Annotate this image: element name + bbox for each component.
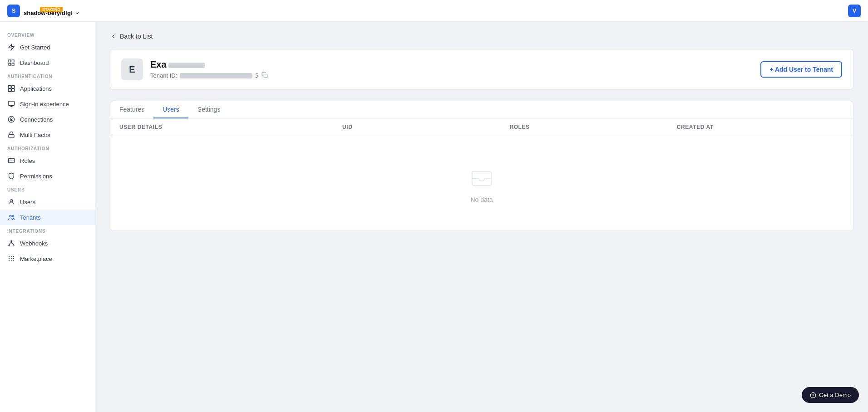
svg-rect-7 <box>8 89 11 92</box>
back-link-text: Back to List <box>120 33 153 40</box>
svg-point-31 <box>13 260 14 261</box>
col-created-at: Created At <box>677 124 844 130</box>
sidebar-item-label: Multi Factor <box>20 132 51 138</box>
svg-rect-9 <box>8 101 14 105</box>
sidebar-item-label: Get Started <box>20 44 50 51</box>
get-demo-button[interactable]: Get a Demo <box>802 387 859 403</box>
sidebar-section-overview: OVERVIEW <box>0 29 95 39</box>
staging-badge: STAGING <box>40 7 63 12</box>
svg-point-30 <box>11 260 12 261</box>
lock-icon <box>7 131 15 139</box>
sidebar-item-get-started[interactable]: Get Started <box>0 39 95 55</box>
svg-rect-32 <box>264 74 267 78</box>
svg-rect-2 <box>12 60 14 62</box>
id-card-icon <box>7 157 15 165</box>
sidebar-item-label: Marketplace <box>20 255 52 262</box>
svg-point-22 <box>13 245 14 246</box>
sidebar-item-label: Dashboard <box>20 59 49 66</box>
tab-settings[interactable]: Settings <box>188 101 230 118</box>
app-icon: S <box>7 5 20 17</box>
sidebar-item-multi-factor[interactable]: Multi Factor <box>0 127 95 142</box>
sidebar-section-authz: AUTHORIZATION <box>0 142 95 153</box>
svg-point-21 <box>9 245 10 246</box>
topbar-brand: STAGING shadow-beryldfgf <box>24 5 80 16</box>
svg-point-20 <box>11 240 12 242</box>
topbar-left: S STAGING shadow-beryldfgf <box>7 5 80 17</box>
tenant-id-label: Tenant ID: <box>150 72 177 79</box>
bolt-icon <box>7 43 15 51</box>
sidebar-section-auth: AUTHENTICATION <box>0 70 95 81</box>
svg-point-17 <box>10 200 12 202</box>
apps-icon <box>7 84 15 93</box>
grid-icon <box>7 59 15 67</box>
svg-point-24 <box>11 256 12 257</box>
sidebar: OVERVIEW Get Started Dashboard AUTHENTIC… <box>0 22 95 412</box>
sidebar-item-label: Users <box>20 199 35 206</box>
svg-point-23 <box>9 256 10 257</box>
demo-btn-label: Get a Demo <box>819 392 851 398</box>
col-user-details: User Details <box>119 124 342 130</box>
svg-point-27 <box>11 258 12 259</box>
back-link[interactable]: Back to List <box>110 33 153 40</box>
webhook-icon <box>7 239 15 247</box>
tab-features[interactable]: Features <box>110 101 153 118</box>
sidebar-item-sign-in-experience[interactable]: Sign-in experience <box>0 96 95 112</box>
sidebar-item-dashboard[interactable]: Dashboard <box>0 55 95 70</box>
svg-point-18 <box>10 215 11 217</box>
svg-rect-3 <box>12 63 14 65</box>
shield-icon <box>7 172 15 180</box>
svg-point-28 <box>13 258 14 259</box>
grid-dots-icon <box>7 255 15 263</box>
tab-users[interactable]: Users <box>153 101 188 118</box>
sidebar-section-users: USERS <box>0 184 95 194</box>
no-data-text: No data <box>470 196 493 203</box>
tenant-name: Exa <box>150 59 268 70</box>
main-content: Back to List E Exa Tenant ID: 5 <box>95 22 868 412</box>
tenant-avatar: E <box>121 59 143 80</box>
tabs: Features Users Settings <box>110 101 853 118</box>
table-header: User Details UID Roles Created At <box>110 118 853 136</box>
topbar-right: V <box>848 5 861 17</box>
svg-rect-6 <box>12 85 15 88</box>
sidebar-item-applications[interactable]: Applications <box>0 81 95 96</box>
add-user-button[interactable]: + Add User to Tenant <box>760 61 842 78</box>
svg-rect-1 <box>9 60 11 62</box>
tenant-info: E Exa Tenant ID: 5 <box>121 59 268 80</box>
layout: OVERVIEW Get Started Dashboard AUTHENTIC… <box>0 22 868 412</box>
sidebar-item-tenants[interactable]: Tenants <box>0 210 95 225</box>
svg-point-29 <box>9 260 10 261</box>
sidebar-item-permissions[interactable]: Permissions <box>0 168 95 184</box>
sidebar-item-label: Sign-in experience <box>20 101 69 108</box>
tenant-id-suffix: 5 <box>255 73 258 79</box>
table-container: Features Users Settings User Details UID… <box>110 101 853 231</box>
user-circle-icon <box>7 115 15 123</box>
svg-marker-0 <box>9 44 14 50</box>
sidebar-item-label: Connections <box>20 116 53 123</box>
sidebar-item-connections[interactable]: Connections <box>0 112 95 127</box>
sidebar-item-marketplace[interactable]: Marketplace <box>0 251 95 266</box>
no-data-state: No data <box>110 136 853 231</box>
chevron-left-icon <box>110 33 117 40</box>
people-icon <box>7 213 15 221</box>
svg-rect-4 <box>9 63 11 65</box>
svg-point-19 <box>12 216 14 217</box>
person-icon <box>7 198 15 206</box>
tenant-id-row: Tenant ID: 5 <box>150 72 268 79</box>
sidebar-section-integrations: INTEGRATIONS <box>0 225 95 235</box>
topbar: S STAGING shadow-beryldfgf V <box>0 0 868 22</box>
sidebar-item-label: Roles <box>20 157 35 164</box>
monitor-icon <box>7 100 15 108</box>
sidebar-item-webhooks[interactable]: Webhooks <box>0 235 95 251</box>
copy-icon[interactable] <box>261 72 268 79</box>
sidebar-item-label: Permissions <box>20 173 52 180</box>
user-avatar[interactable]: V <box>848 5 861 17</box>
col-uid: UID <box>342 124 509 130</box>
empty-inbox-icon <box>469 163 494 191</box>
svg-rect-8 <box>12 89 15 92</box>
sidebar-item-users[interactable]: Users <box>0 194 95 210</box>
tenant-card: E Exa Tenant ID: 5 + Add User to Te <box>110 49 853 90</box>
col-roles: Roles <box>509 124 676 130</box>
sidebar-item-label: Tenants <box>20 214 41 221</box>
sidebar-item-roles[interactable]: Roles <box>0 153 95 168</box>
svg-rect-5 <box>8 85 11 88</box>
